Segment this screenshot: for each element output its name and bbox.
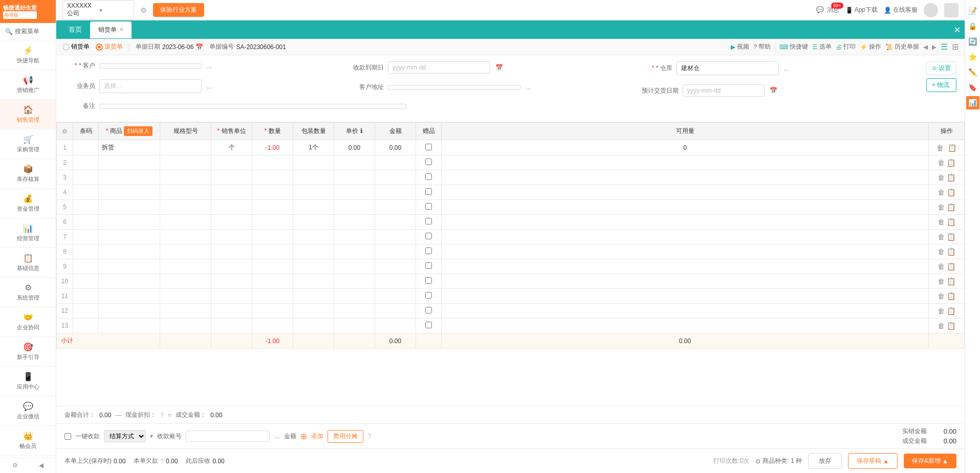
- sidebar-item-quick-nav[interactable]: ⚡ 快捷导航: [0, 40, 56, 70]
- delete-row-3[interactable]: 🗑: [938, 173, 945, 182]
- copy-row-6[interactable]: 📋: [947, 218, 955, 226]
- settings-gear-icon[interactable]: ⚙: [138, 4, 149, 16]
- salesperson-dots[interactable]: ...: [207, 83, 212, 90]
- tab-close-btn[interactable]: ×: [120, 26, 123, 33]
- delete-row-6[interactable]: 🗑: [938, 218, 945, 226]
- video-btn[interactable]: ▶ 视频: [731, 42, 749, 51]
- customer-dots[interactable]: ...: [207, 62, 212, 70]
- right-tool-bookmark[interactable]: 🔖: [966, 81, 979, 94]
- window-close-icon[interactable]: ✕: [954, 25, 961, 35]
- account-input[interactable]: [186, 431, 270, 442]
- sidebar-item-system[interactable]: ⚙ 系统管理: [0, 278, 56, 307]
- due-date-input[interactable]: yyyy-mm-dd: [388, 61, 490, 74]
- scan-button[interactable]: 扫码录入: [124, 126, 153, 136]
- tab-home[interactable]: 首页: [60, 21, 90, 38]
- copy-row-2[interactable]: 📋: [947, 159, 955, 167]
- delete-row-10[interactable]: 🗑: [938, 277, 945, 285]
- copy-row-5[interactable]: 📋: [947, 203, 955, 211]
- help-btn[interactable]: ? 帮助: [753, 42, 771, 51]
- sidebar-item-marketing[interactable]: 📢 营销推广: [0, 70, 56, 100]
- copy-row-3[interactable]: 📋: [947, 173, 955, 182]
- company-selector[interactable]: XXXXXX公司 ▾: [62, 0, 134, 20]
- payment-method-select[interactable]: 结算方式: [104, 430, 146, 442]
- radio-sales[interactable]: 销货单: [62, 42, 90, 51]
- sidebar-item-finance[interactable]: 💰 资金管理: [0, 189, 56, 218]
- online-service-btn[interactable]: 👤 在线客服: [884, 6, 918, 14]
- trial-button[interactable]: 体验行业方案: [153, 3, 204, 17]
- barcode-1[interactable]: [73, 140, 99, 155]
- right-tool-note[interactable]: 📝: [966, 4, 979, 17]
- warehouse-dots[interactable]: ...: [784, 65, 789, 72]
- discard-button[interactable]: 放弃: [808, 453, 842, 469]
- collapse-icon[interactable]: ◀: [39, 462, 43, 469]
- right-tool-refresh[interactable]: 🔄: [966, 35, 979, 48]
- copy-row-7[interactable]: 📋: [947, 233, 955, 241]
- history-btn[interactable]: 📜 历史单据: [885, 42, 919, 51]
- gift-1[interactable]: [416, 140, 442, 155]
- sidebar-item-app-center[interactable]: 📱 应用中心: [0, 367, 56, 396]
- product-1[interactable]: 拆货: [99, 140, 160, 155]
- search-menu[interactable]: 🔍 搜索菜单: [0, 23, 56, 40]
- shortcut-btn[interactable]: ⌨ 快捷键: [779, 42, 808, 51]
- delete-row-5[interactable]: 🗑: [938, 203, 945, 211]
- total-owe-help[interactable]: ?: [160, 458, 164, 465]
- sidebar-item-basic[interactable]: 📋 基础信息: [0, 248, 56, 278]
- right-tool-lock[interactable]: 🔒: [966, 19, 979, 33]
- copy-row-11[interactable]: 📋: [947, 292, 955, 300]
- delete-row-8[interactable]: 🗑: [938, 247, 945, 256]
- col-gear-icon[interactable]: ⚙: [60, 128, 70, 135]
- copy-row-1[interactable]: 📋: [948, 144, 956, 152]
- discount-help-icon[interactable]: ?: [160, 412, 164, 419]
- copy-row-8[interactable]: 📋: [947, 247, 955, 256]
- sidebar-item-operation[interactable]: 📊 经营管理: [0, 218, 56, 248]
- customer-input[interactable]: [99, 63, 202, 69]
- settings-bottom-icon[interactable]: ⚙: [12, 462, 18, 469]
- due-date-calendar-icon[interactable]: 📅: [495, 64, 503, 71]
- unit-1[interactable]: 个: [211, 140, 252, 155]
- customer-address-input[interactable]: [388, 85, 521, 90]
- quantity-1[interactable]: -1.00: [252, 140, 293, 155]
- sidebar-item-inventory[interactable]: 📦 库存核算: [0, 159, 56, 189]
- app-download-btn[interactable]: 📱 App下载: [845, 6, 878, 14]
- right-tool-chart[interactable]: 📊: [966, 96, 979, 109]
- save-draft-button[interactable]: 保存草稿 ▲: [848, 453, 898, 469]
- copy-row-13[interactable]: 📋: [947, 322, 955, 330]
- nav-next-icon[interactable]: ▶: [932, 43, 937, 51]
- delete-row-9[interactable]: 🗑: [938, 262, 945, 271]
- message-button[interactable]: 💬 99+ 消息: [816, 6, 839, 14]
- sidebar-item-member[interactable]: 👑 畅会员: [0, 426, 56, 456]
- remark-input[interactable]: [99, 104, 406, 109]
- salesperson-input[interactable]: 选择...: [99, 79, 202, 93]
- set-btn[interactable]: ⊙ 设置: [926, 61, 956, 75]
- copy-row-12[interactable]: 📋: [947, 307, 955, 315]
- select-order-btn[interactable]: ☰ 选单: [812, 42, 832, 51]
- flow-btn[interactable]: + 物流: [926, 78, 956, 92]
- save-new-button[interactable]: 保存&新增 ▲: [904, 454, 956, 468]
- delete-row-11[interactable]: 🗑: [938, 292, 945, 300]
- pkg-qty-1[interactable]: 1个: [293, 140, 334, 155]
- copy-row-4[interactable]: 📋: [947, 188, 955, 196]
- account-dots[interactable]: ...: [275, 433, 280, 440]
- radio-return[interactable]: 退货单: [96, 42, 123, 51]
- unit-price-1[interactable]: 0.00: [334, 140, 375, 155]
- delete-row-7[interactable]: 🗑: [938, 233, 945, 241]
- add-payment-label[interactable]: 添加: [311, 432, 323, 441]
- expense-help-icon[interactable]: ?: [367, 433, 371, 440]
- spec-1[interactable]: [160, 140, 211, 155]
- user-menu-btn[interactable]: [944, 3, 959, 17]
- delivery-date-input[interactable]: yyyy-mm-dd: [683, 84, 765, 97]
- delivery-date-calendar-icon[interactable]: 📅: [770, 87, 777, 94]
- sidebar-item-purchase[interactable]: 🛒 采购管理: [0, 129, 56, 159]
- right-tool-edit[interactable]: ✏️: [966, 65, 979, 79]
- sidebar-item-guide[interactable]: 🎯 新手引导: [0, 337, 56, 367]
- amount-1[interactable]: 0.00: [375, 140, 416, 155]
- grid-view-icon[interactable]: ⊞: [952, 42, 959, 52]
- user-avatar[interactable]: [924, 3, 938, 17]
- delete-row-12[interactable]: 🗑: [938, 307, 945, 315]
- print-btn[interactable]: 🖨 打印: [836, 42, 856, 51]
- sidebar-item-sales[interactable]: 🏠 销售管理: [0, 100, 56, 129]
- customer-address-dots[interactable]: ...: [526, 84, 531, 91]
- one-click-pay-checkbox[interactable]: [64, 433, 71, 440]
- operation-btn[interactable]: ⚡ 操作: [860, 42, 881, 51]
- tab-sales-order[interactable]: 销货单 ×: [90, 21, 132, 38]
